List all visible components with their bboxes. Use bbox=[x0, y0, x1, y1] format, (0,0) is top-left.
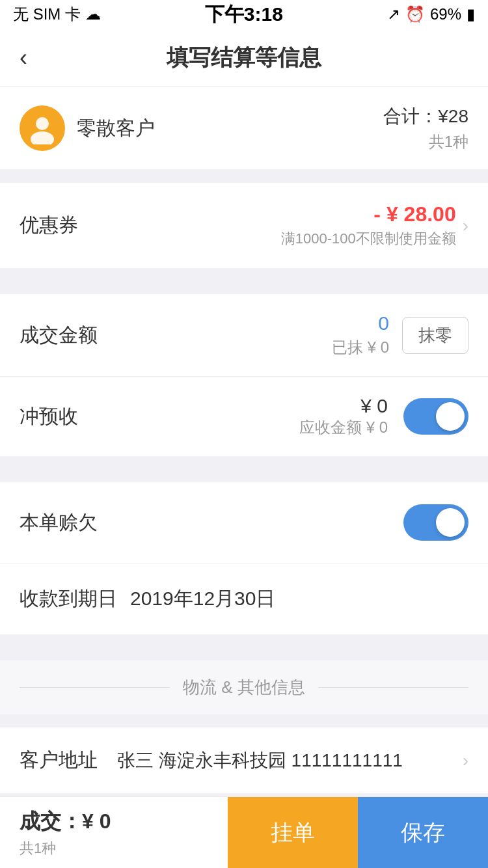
bottom-bar: 成交：¥ 0 共1种 挂单 保存 bbox=[0, 796, 488, 868]
address-value: 张三 海淀永丰科技园 11111111111 bbox=[117, 748, 463, 773]
credit-toggle-knob bbox=[436, 508, 465, 537]
address-chevron-icon: › bbox=[463, 750, 468, 771]
address-label: 客户地址 bbox=[20, 747, 98, 774]
logistics-header: 物流 & 其他信息 bbox=[0, 660, 488, 714]
bottom-info: 成交：¥ 0 共1种 bbox=[0, 807, 228, 858]
address-section: 客户地址 张三 海淀永丰科技园 11111111111 › bbox=[0, 727, 488, 793]
prepay-main-value: ¥ 0 bbox=[299, 395, 388, 417]
deal-amount-value: 0 bbox=[332, 312, 389, 334]
prepay-right: ¥ 0 应收金额 ¥ 0 bbox=[299, 395, 468, 438]
bottom-count: 共1种 bbox=[20, 839, 208, 858]
customer-row: 零散客户 合计：¥28 共1种 bbox=[0, 87, 488, 169]
prepay-toggle[interactable] bbox=[403, 398, 468, 435]
svg-point-1 bbox=[31, 131, 54, 144]
status-time: 下午3:18 bbox=[205, 1, 283, 28]
coupon-section[interactable]: 优惠券 - ¥ 28.00 满1000-100不限制使用金额 › bbox=[0, 182, 488, 268]
svg-point-0 bbox=[36, 117, 49, 130]
prepay-sub-value: 应收金额 ¥ 0 bbox=[299, 417, 388, 438]
divider-1 bbox=[0, 281, 488, 294]
coupon-chevron-icon: › bbox=[463, 215, 468, 236]
credit-label: 本单赊欠 bbox=[20, 509, 98, 536]
coupon-info: - ¥ 28.00 满1000-100不限制使用金额 bbox=[281, 202, 456, 249]
battery-icon: ▮ bbox=[467, 5, 475, 23]
content-area: 零散客户 合计：¥28 共1种 优惠券 - ¥ 28.00 满1000-100不… bbox=[0, 87, 488, 868]
customer-count: 共1种 bbox=[383, 131, 468, 152]
divider-2 bbox=[0, 469, 488, 482]
bottom-deal-amount: 成交：¥ 0 bbox=[20, 807, 208, 836]
due-date-label: 收款到期日 bbox=[20, 586, 117, 612]
coupon-label: 优惠券 bbox=[20, 212, 78, 239]
location-icon: ↗ bbox=[387, 5, 400, 23]
save-button[interactable]: 保存 bbox=[358, 797, 488, 869]
customer-name: 零散客户 bbox=[77, 115, 155, 142]
deal-section: 成交金额 0 已抹 ¥ 0 抹零 冲预收 ¥ 0 应收金额 ¥ 0 bbox=[0, 294, 488, 456]
prepay-row: 冲预收 ¥ 0 应收金额 ¥ 0 bbox=[0, 377, 488, 456]
deal-amount-sub: 已抹 ¥ 0 bbox=[332, 337, 389, 358]
due-date-row: 收款到期日 2019年12月30日 bbox=[0, 563, 488, 634]
deal-amount-row: 成交金额 0 已抹 ¥ 0 抹零 bbox=[0, 294, 488, 377]
coupon-desc: 满1000-100不限制使用金额 bbox=[281, 229, 456, 249]
coupon-row[interactable]: 优惠券 - ¥ 28.00 满1000-100不限制使用金额 › bbox=[0, 182, 488, 268]
due-date-value: 2019年12月30日 bbox=[130, 586, 275, 612]
divider-4 bbox=[0, 714, 488, 727]
header-line-right bbox=[318, 687, 468, 688]
page-title: 填写结算等信息 bbox=[167, 43, 321, 73]
customer-total: 合计：¥28 bbox=[383, 104, 468, 129]
credit-toggle[interactable] bbox=[403, 504, 468, 541]
address-row[interactable]: 客户地址 张三 海淀永丰科技园 11111111111 › bbox=[0, 727, 488, 793]
nav-bar: ‹ 填写结算等信息 bbox=[0, 29, 488, 87]
credit-row: 本单赊欠 bbox=[0, 482, 488, 563]
round-off-button[interactable]: 抹零 bbox=[402, 317, 468, 354]
prepay-label: 冲预收 bbox=[20, 403, 78, 430]
status-left: 无 SIM 卡 ☁ bbox=[13, 4, 101, 25]
status-bar: 无 SIM 卡 ☁ 下午3:18 ↗ ⏰ 69% ▮ bbox=[0, 0, 488, 29]
hold-button[interactable]: 挂单 bbox=[228, 797, 358, 869]
customer-section: 零散客户 合计：¥28 共1种 bbox=[0, 87, 488, 169]
battery-level: 69% bbox=[430, 5, 461, 23]
header-line-left bbox=[20, 687, 170, 688]
prepay-values: ¥ 0 应收金额 ¥ 0 bbox=[299, 395, 388, 438]
sim-signal: 无 SIM 卡 ☁ bbox=[13, 4, 101, 25]
customer-avatar bbox=[20, 105, 65, 151]
status-right: ↗ ⏰ 69% ▮ bbox=[387, 5, 475, 23]
back-button[interactable]: ‹ bbox=[20, 44, 27, 72]
divider-3 bbox=[0, 647, 488, 660]
coupon-discount: - ¥ 28.00 bbox=[281, 202, 456, 226]
customer-summary: 合计：¥28 共1种 bbox=[383, 104, 468, 152]
customer-left: 零散客户 bbox=[20, 105, 155, 151]
deal-amount-label: 成交金额 bbox=[20, 322, 98, 349]
toggle-knob bbox=[436, 402, 465, 431]
alarm-icon: ⏰ bbox=[405, 5, 425, 23]
credit-section: 本单赊欠 收款到期日 2019年12月30日 bbox=[0, 482, 488, 634]
logistics-label: 物流 & 其他信息 bbox=[170, 676, 318, 699]
coupon-right: - ¥ 28.00 满1000-100不限制使用金额 › bbox=[281, 202, 468, 249]
